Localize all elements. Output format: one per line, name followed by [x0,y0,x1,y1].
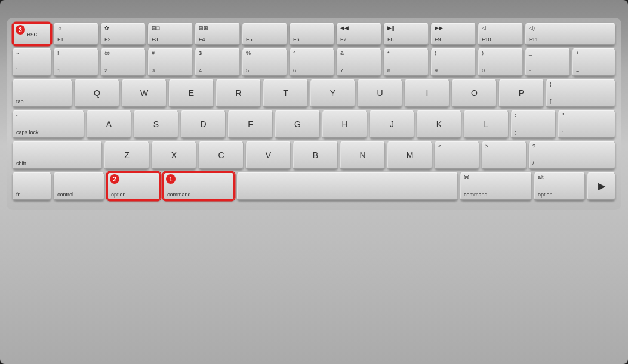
key-semicolon[interactable]: : ; [511,110,556,138]
key-r[interactable]: R [216,79,261,107]
minus-bottom: - [529,68,531,73]
key-f9[interactable]: ▶▶ F9 [431,23,476,45]
shift-row: shift Z X C V B N M < [13,141,615,169]
key-j[interactable]: J [370,110,414,138]
key-n[interactable]: N [340,141,385,169]
key-q[interactable]: Q [75,79,119,107]
slash-top: ? [532,144,535,149]
key-2[interactable]: @ 2 [101,48,146,76]
key-i[interactable]: I [405,79,450,107]
key-slash[interactable]: ? / [529,141,615,169]
key-5[interactable]: % 5 [242,48,287,76]
semicolon-top: : [515,113,516,118]
key-3[interactable]: # 3 [148,48,193,76]
key-6[interactable]: ^ 6 [290,48,334,76]
key-f5[interactable]: F5 [242,23,287,45]
key-f3[interactable]: ⊟□ F3 [148,23,193,45]
key-e[interactable]: E [169,79,214,107]
key-c[interactable]: C [199,141,244,169]
key-t[interactable]: T [263,79,308,107]
shift-label: shift [16,161,26,166]
key-control[interactable]: control [54,172,104,200]
key4-top: $ [199,51,202,56]
key-w[interactable]: W [122,79,167,107]
f4-icon: ⊞⊞ [199,26,208,31]
bottom-row: fn control 2 alt option 1 ⌘ command spac… [13,172,615,200]
key-y[interactable]: Y [310,79,355,107]
key-minus[interactable]: _ - [525,48,570,76]
key-tab[interactable]: tab [13,79,72,107]
key-command-right[interactable]: ⌘ command [460,172,532,200]
key-u[interactable]: U [358,79,402,107]
key-f10[interactable]: ◁ F10 [478,23,523,45]
f9-label: F9 [435,37,441,42]
capslock-dot: • [16,113,17,117]
key-1[interactable]: ! 1 [54,48,98,76]
f5-label: F5 [246,37,253,42]
qwerty-row: tab Q W E R T Y U I [13,79,615,107]
key-f[interactable]: F [228,110,273,138]
key-v[interactable]: V [246,141,291,169]
key-f1[interactable]: ☼ F1 [54,23,98,45]
key2-top: @ [104,51,110,56]
key-k[interactable]: K [417,110,461,138]
key6-top: ^ [293,51,295,56]
key-l[interactable]: L [464,110,509,138]
key-z[interactable]: Z [104,141,149,169]
key-s[interactable]: S [134,110,178,138]
c-label: C [218,150,224,160]
key-a[interactable]: A [87,110,131,138]
key-comma[interactable]: < , [435,141,479,169]
key-7[interactable]: & 7 [337,48,381,76]
minus-top: _ [529,51,532,56]
q-label: Q [94,88,100,98]
caps-lock-label: caps lock [16,130,39,135]
key-fn[interactable]: fn [13,172,51,200]
key-b[interactable]: B [293,141,338,169]
key7-bottom: 7 [340,68,343,73]
key-space[interactable]: space [237,172,458,200]
key-f2[interactable]: ✿ F2 [101,23,146,45]
key-f6[interactable]: F6 [290,23,334,45]
key-command-left[interactable]: 1 ⌘ command [163,172,235,200]
key-f4[interactable]: ⊞⊞ F4 [195,23,240,45]
key-h[interactable]: H [322,110,367,138]
f10-label: F10 [482,37,491,42]
f2-icon: ✿ [104,26,109,31]
f11-label: F11 [529,37,538,42]
key-period[interactable]: > . [482,141,527,169]
esc-label: esc [27,30,37,38]
key-x[interactable]: X [152,141,196,169]
key-g[interactable]: G [275,110,320,138]
key-quote[interactable]: " ' [558,110,615,138]
key-p[interactable]: P [499,79,544,107]
key-bracket-open[interactable]: { [ [546,79,615,107]
i-label: I [426,88,429,98]
key-option-left[interactable]: 2 alt option [107,172,161,200]
key-4[interactable]: $ 4 [195,48,240,76]
key-caps-lock[interactable]: • caps lock [13,110,84,138]
f3-label: F3 [152,37,158,42]
key-f7[interactable]: ◀◀ F7 [337,23,381,45]
key-equals[interactable]: + = [572,48,615,76]
key-shift-left[interactable]: shift [13,141,102,169]
control-label: control [57,192,73,198]
key-esc[interactable]: 3 esc [13,23,51,45]
key-0[interactable]: ) 0 [478,48,523,76]
key-f11[interactable]: ◁) F11 [525,23,615,45]
key-8[interactable]: * 8 [384,48,429,76]
m-label: M [407,150,414,160]
key-o[interactable]: O [452,79,497,107]
key-f8[interactable]: ▶|| F8 [384,23,429,45]
key-backtick[interactable]: ~ ` [13,48,51,76]
key-9[interactable]: ( 9 [431,48,476,76]
l-label: L [484,119,489,129]
key-d[interactable]: D [181,110,226,138]
b-label: B [313,150,318,160]
key-m[interactable]: M [387,141,432,169]
f8-label: F8 [387,37,394,42]
f1-icon: ☼ [57,26,62,31]
k-label: K [436,119,442,129]
key-arrow-right[interactable]: ▶ [587,172,615,200]
key-option-right[interactable]: alt option [534,172,585,200]
